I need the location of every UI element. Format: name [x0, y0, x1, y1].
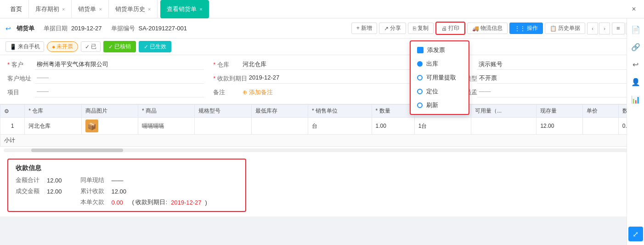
- address-label: 客户地址: [7, 74, 35, 83]
- available-qty-icon: [417, 75, 423, 80]
- billtype-field: 票据类型 不开票: [440, 74, 637, 84]
- customer-value[interactable]: 柳州粤港平安气体有限公司: [35, 60, 204, 70]
- menu-refresh[interactable]: 刷新: [411, 98, 469, 112]
- from-mobile-button[interactable]: 📱 来自手机: [6, 41, 44, 52]
- doc-title: 销货单: [17, 24, 34, 33]
- confirm-button[interactable]: ✓ 已: [81, 41, 101, 52]
- truck-icon: 🚚: [472, 25, 479, 32]
- items-table: ⚙ * 仓库 商品图片 * 商品 规格型号 最低库存 * 销售单位 * 数量 包…: [0, 104, 644, 147]
- sidebar-link-icon[interactable]: 🔗: [628, 40, 643, 54]
- horizontal-scrollbar[interactable]: [4, 148, 640, 152]
- cancelled-button[interactable]: ✓ 已核销: [103, 41, 136, 52]
- effective-button[interactable]: ✓ 已生效: [139, 41, 171, 52]
- payment-col-right: 同单现结 —— 累计收款 12.00 本单欠款 0.00 ( 收款到期日: 20…: [80, 176, 207, 206]
- new-button[interactable]: + 新增: [351, 23, 377, 34]
- tab-home[interactable]: 首页: [4, 0, 29, 18]
- check-circle2-icon: ✓: [144, 44, 148, 50]
- remark-label: 备注: [213, 88, 241, 97]
- tab-inventory[interactable]: 库存期初 ×: [29, 0, 72, 18]
- staffb-field: 业务员孟 ——: [440, 87, 637, 97]
- customer-label: 客户: [7, 61, 35, 69]
- form-row-2: 客户地址 —— 收款到期日 2019-12-27 票据类型 不开票: [7, 74, 637, 84]
- form-row-1: 客户 柳州粤港平安气体有限公司 仓库 河北仓库 业务员 演示账号: [7, 60, 637, 70]
- add-invoice-icon: [417, 47, 424, 53]
- row-stock: 12.00: [537, 118, 583, 135]
- amount-total-label: 金额合计: [16, 176, 43, 184]
- tab-inventory-close[interactable]: ×: [62, 6, 65, 12]
- add-remark-button[interactable]: ⊕ 添加备注: [243, 88, 273, 97]
- share-icon: ↗: [384, 25, 389, 32]
- sidebar-user-icon[interactable]: 👤: [628, 74, 643, 89]
- col-warehouse: * 仓库: [25, 105, 81, 118]
- tab-view-close[interactable]: ×: [199, 6, 202, 12]
- operate-icon: ⋮⋮: [514, 25, 525, 32]
- address-value[interactable]: ——: [35, 74, 204, 84]
- col-settings[interactable]: ⚙: [0, 105, 25, 118]
- prev-button[interactable]: ‹: [587, 23, 598, 34]
- menu-add-invoice[interactable]: 添发票: [411, 43, 469, 57]
- operate-button[interactable]: ⋮⋮ 操作: [509, 23, 543, 34]
- billtype-value: 不开票: [477, 74, 637, 84]
- staff-value: 演示账号: [477, 60, 637, 70]
- table-area: ⚙ * 仓库 商品图片 * 商品 规格型号 最低库存 * 销售单位 * 数量 包…: [0, 104, 644, 154]
- sidebar-chart-icon[interactable]: 📊: [628, 92, 643, 107]
- history-icon: 📋: [550, 25, 557, 32]
- refresh-icon: [417, 103, 423, 108]
- settings-icon: ⚙: [4, 108, 9, 114]
- due-date-hint-text: ( 收款到期日:: [132, 198, 167, 206]
- product-img-icon: 📦: [87, 122, 96, 131]
- doc-info: ↩ 销货单 单据日期 2019-12-27 单据编号 SA-20191227-0…: [6, 24, 350, 33]
- right-sidebar: 📄 🔗 ↩ 👤 📊 ⤢: [627, 18, 644, 217]
- num-label: 单据编号: [111, 24, 135, 33]
- subtotal-label: 小计: [0, 135, 644, 147]
- project-value[interactable]: ——: [35, 87, 204, 97]
- tab-history[interactable]: 销货单历史 ×: [109, 0, 158, 18]
- remark-field: 备注 ⊕ 添加备注: [204, 88, 440, 97]
- copy-icon: ⎘: [413, 25, 416, 32]
- sidebar-doc-icon[interactable]: 📄: [628, 22, 643, 37]
- main-toolbar: ↩ 销货单 单据日期 2019-12-27 单据编号 SA-20191227-0…: [0, 18, 644, 39]
- deal-amount-row: 成交金额 12.00: [16, 187, 62, 195]
- row-pkg-qty: 1台: [414, 118, 471, 135]
- window-close-button[interactable]: ×: [627, 3, 640, 16]
- menu-outbound[interactable]: 出库: [411, 57, 469, 71]
- list-view-button[interactable]: ≡: [612, 23, 625, 34]
- share-button[interactable]: ↗ 分享: [379, 23, 406, 34]
- second-toolbar: 📱 来自手机 ● 未开票 ✓ 已 ✓ 已核销 ✓ 已生效: [0, 39, 644, 55]
- mobile-icon: 📱: [10, 44, 17, 50]
- print-button[interactable]: 🖨 打印: [436, 23, 464, 34]
- bottom-section: 收款信息 金额合计 12.00 成交金额 12.00 同单现结 —— 累计收款: [0, 154, 644, 217]
- table-body: 1 河北仓库 📦 嗝嗝嗝嗝 台 1.00 1台 12.00 0.: [0, 118, 644, 147]
- tab-history-close[interactable]: ×: [148, 6, 151, 12]
- row-min-stock: [251, 118, 308, 135]
- current-due-label: 本单欠款: [80, 198, 108, 206]
- tab-view-sales[interactable]: 查看销货单 ×: [160, 0, 209, 18]
- amount-total-value: 12.00: [47, 177, 62, 184]
- next-button[interactable]: ›: [599, 23, 610, 34]
- row-img: 📦: [81, 118, 138, 135]
- nav-arrows: ‹ ›: [587, 23, 610, 34]
- warehouse-label: 仓库: [213, 61, 241, 69]
- sidebar-return-icon[interactable]: ↩: [628, 57, 643, 72]
- scrollbar-thumb: [31, 148, 123, 152]
- due-date-value: 2019-12-27: [171, 199, 202, 206]
- menu-available-qty[interactable]: 可用量提取: [411, 71, 469, 85]
- current-due-value: 0.00: [112, 199, 123, 206]
- tab-sales[interactable]: 销货单 ×: [72, 0, 108, 18]
- row-warehouse: 河北仓库: [25, 118, 81, 135]
- payment-col-left: 金额合计 12.00 成交金额 12.00: [16, 176, 62, 206]
- logistics-button[interactable]: 🚚 物流信息: [467, 23, 508, 34]
- customer-field: 客户 柳州粤港平安气体有限公司: [7, 60, 204, 70]
- history-button[interactable]: 📋 历史单据: [545, 23, 585, 34]
- row-spec: [195, 118, 251, 135]
- date-label: 单据日期: [44, 24, 68, 33]
- form-row-3: 项目 —— 备注 ⊕ 添加备注 业务员孟 ——: [7, 87, 637, 97]
- copy-button[interactable]: ⎘ 复制: [408, 23, 434, 34]
- print-highlight: 🖨 打印: [435, 22, 465, 35]
- col-available: 可用量（...: [471, 105, 537, 118]
- tab-bar: 首页 库存期初 × 销货单 × 销货单历史 × 查看销货单 × ×: [0, 0, 644, 18]
- menu-locate[interactable]: 定位: [411, 85, 469, 98]
- tab-sales-close[interactable]: ×: [99, 6, 102, 12]
- cumulative-label: 累计收款: [80, 187, 108, 195]
- current-due-row: 本单欠款 0.00 ( 收款到期日: 2019-12-27 ): [80, 198, 207, 206]
